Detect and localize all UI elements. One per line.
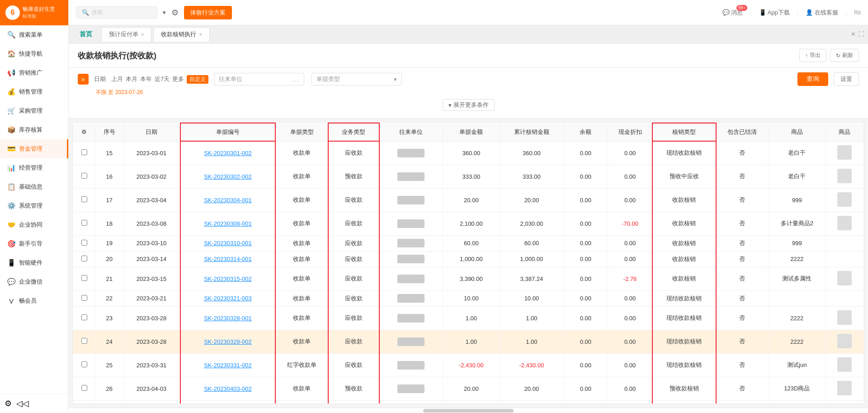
row-cash-discount: 0.00 <box>608 377 652 400</box>
tab-payable[interactable]: 预计应付单 × <box>101 27 151 42</box>
sidebar-item-capital[interactable]: 💳 资金管理 <box>0 139 68 158</box>
th-cumulative-cancel: 累计核销金额 <box>500 123 564 141</box>
sidebar-item-beginner[interactable]: 🎯 新手引导 <box>0 234 68 253</box>
date-opt-7days[interactable]: 近7天 <box>155 75 170 83</box>
row-checkbox[interactable] <box>73 353 96 377</box>
date-opt-this-year[interactable]: 本年 <box>140 75 152 83</box>
row-cancel-type: 收款核销 <box>652 235 716 251</box>
row-checkbox[interactable] <box>73 165 96 188</box>
row-doc-no[interactable]: SK-20230328-001 <box>180 306 276 330</box>
partner-filter[interactable]: 往来单位 ... <box>214 73 304 85</box>
query-button[interactable]: 查询 <box>797 72 828 86</box>
row-checkbox[interactable] <box>73 141 96 165</box>
sidebar-item-vip[interactable]: V 畅会员 <box>0 291 68 310</box>
export-button[interactable]: ↑ 导出 <box>799 49 826 62</box>
table-header: ⚙ 序号 日期 单据编号 单据类型 业务类型 往来单位 单据金额 累计核销金额 … <box>73 123 864 141</box>
tab-payable-close[interactable]: × <box>141 32 144 37</box>
online-service[interactable]: 👤 在线客服 <box>806 9 838 17</box>
doc-type-filter[interactable]: 单据类型 ▾ <box>311 73 402 85</box>
row-checkbox[interactable] <box>73 188 96 212</box>
row-checkbox[interactable] <box>73 377 96 400</box>
date-opt-this-month[interactable]: 本月 <box>126 75 137 83</box>
row-amount: 1,000.00 <box>443 251 500 267</box>
expand-more-button[interactable]: ▾ 展开更多条件 <box>443 99 495 111</box>
tab-expand-icon[interactable]: ⛶ <box>859 31 864 38</box>
sidebar-item-search[interactable]: 🔍 搜索菜单 <box>0 25 68 44</box>
custom-date-button[interactable]: 自定义 <box>187 75 208 84</box>
th-settings[interactable]: ⚙ <box>73 123 96 141</box>
scrollbar-thumb[interactable] <box>423 409 514 413</box>
data-table: ⚙ 序号 日期 单据编号 单据类型 业务类型 往来单位 单据金额 累计核销金额 … <box>73 123 864 404</box>
row-doc-no[interactable]: SK-20230304-001 <box>180 188 276 212</box>
message-badge[interactable]: 💬 消息 99+ <box>722 9 743 17</box>
row-doc-no[interactable]: SK-20230328-002 <box>180 330 276 353</box>
row-product <box>769 290 826 306</box>
sidebar-item-system[interactable]: ⚙️ 系统管理 <box>0 196 68 215</box>
tab-collection-close[interactable]: × <box>199 32 202 37</box>
row-amount: 2,100.00 <box>443 212 500 235</box>
row-product-img <box>826 165 863 188</box>
horizontal-scrollbar[interactable] <box>69 408 868 413</box>
sidebar-item-operations[interactable]: 📊 经营管理 <box>0 158 68 177</box>
refresh-button[interactable]: ↻ 刷新 <box>830 49 859 62</box>
row-checkbox[interactable] <box>73 330 96 353</box>
row-amount: 20.00 <box>443 377 500 400</box>
row-doc-no[interactable]: SK-20230315-002 <box>180 267 276 290</box>
sales-icon: 💰 <box>7 88 15 96</box>
tab-home[interactable]: 首页 <box>72 27 99 42</box>
row-no: 20 <box>96 251 123 267</box>
row-checkbox[interactable] <box>73 235 96 251</box>
row-product-img <box>826 188 863 212</box>
row-doc-no[interactable]: SK-20230403-002 <box>180 377 276 400</box>
sidebar-item-inventory[interactable]: 📦 库存核算 <box>0 120 68 139</box>
row-doc-no[interactable]: SK-20230314-001 <box>180 251 276 267</box>
tab-close-all-icon[interactable]: ✕ <box>851 31 856 38</box>
tab-collection[interactable]: 收款核销执行 × <box>153 27 209 42</box>
app-download[interactable]: 📱 App下载 <box>759 9 790 17</box>
sidebar-item-wechat[interactable]: 💬 企业微信 <box>0 272 68 291</box>
row-checkbox[interactable] <box>73 212 96 235</box>
row-doc-no[interactable]: SK-20230308-001 <box>180 212 276 235</box>
row-product: 2222 <box>769 251 826 267</box>
row-checkbox[interactable] <box>73 290 96 306</box>
sidebar-menu: 🔍 搜索菜单 🏠 快捷导航 📢 营销推广 💰 销售管理 🛒 采购管理 📦 库存核… <box>0 25 68 394</box>
sidebar-item-enterprise-collab[interactable]: 🤝 企业协同 <box>0 215 68 234</box>
row-doc-no[interactable]: SK-20230302-002 <box>180 165 276 188</box>
row-doc-no[interactable]: SK-20230301-002 <box>180 141 276 165</box>
topbar-search[interactable]: 🔍 搜索 <box>76 6 157 19</box>
sidebar-item-smart-hardware[interactable]: 📱 智能硬件 <box>0 253 68 272</box>
row-doc-no[interactable]: SK-20230310-001 <box>180 235 276 251</box>
row-include-settled: 否 <box>716 251 769 267</box>
row-cash-discount: 0.00 <box>608 235 652 251</box>
message-icon: 💬 <box>722 9 730 16</box>
row-amount: 10.00 <box>443 290 500 306</box>
row-date: 2023-03-31 <box>123 353 180 377</box>
setting-button[interactable]: 设置 <box>834 72 859 86</box>
row-doc-no[interactable]: SK-20230408-001 <box>180 400 276 404</box>
row-doc-no[interactable]: SK-20230331-002 <box>180 353 276 377</box>
topbar-dropdown[interactable]: ▾ <box>163 9 166 16</box>
settings-footer-icon[interactable]: ⚙ <box>5 399 12 408</box>
row-cumulative-cancel: -2,430.00 <box>500 353 564 377</box>
industry-solution-button[interactable]: 体验行业方案 <box>184 6 232 19</box>
row-checkbox[interactable] <box>73 306 96 330</box>
row-include-settled: 否 <box>716 267 769 290</box>
sidebar-item-quick-nav[interactable]: 🏠 快捷导航 <box>0 44 68 63</box>
date-opt-last-month[interactable]: 上月 <box>111 75 123 83</box>
gear-icon[interactable]: ⚙ <box>171 8 179 18</box>
date-opt-more[interactable]: 更多 <box>172 75 184 83</box>
row-no: 17 <box>96 188 123 212</box>
row-balance: 0.00 <box>563 141 608 165</box>
sidebar-item-sales[interactable]: 💰 销售管理 <box>0 82 68 101</box>
filter-expand-button[interactable]: » <box>78 74 89 85</box>
row-checkbox[interactable] <box>73 251 96 267</box>
sidebar-item-basic[interactable]: 📋 基础信息 <box>0 177 68 196</box>
collab-icon: 🤝 <box>7 221 15 229</box>
row-doc-no[interactable]: SK-20230321-003 <box>180 290 276 306</box>
sidebar-item-purchase[interactable]: 🛒 采购管理 <box>0 101 68 120</box>
collapse-icon[interactable]: ◁◁ <box>16 399 29 408</box>
sidebar-item-marketing[interactable]: 📢 营销推广 <box>0 63 68 82</box>
row-checkbox[interactable] <box>73 400 96 404</box>
row-checkbox[interactable] <box>73 267 96 290</box>
export-icon: ↑ <box>805 52 808 59</box>
